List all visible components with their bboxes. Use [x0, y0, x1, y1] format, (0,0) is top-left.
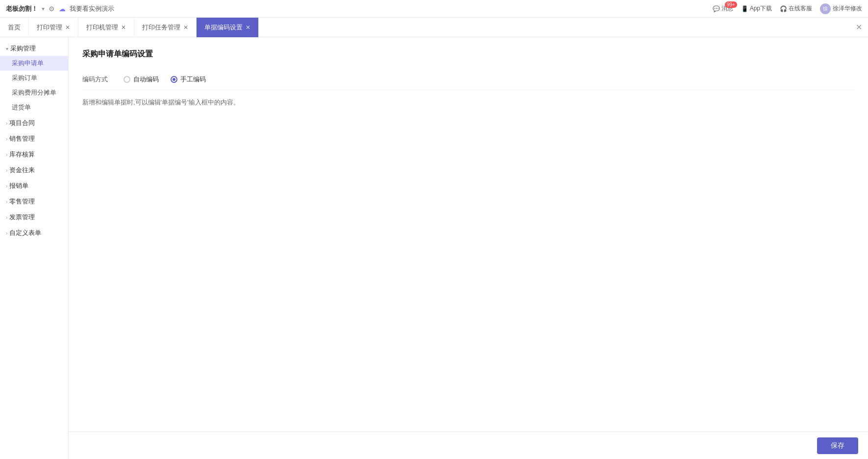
- sidebar-group-sales: › 销售管理: [0, 131, 68, 146]
- description-text: 新增和编辑单据时,可以编辑'单据编号'输入框中的内容。: [82, 98, 854, 107]
- user-name: 徐泽华修改: [833, 4, 862, 13]
- sidebar-group-invoice-title[interactable]: › 发票管理: [0, 210, 68, 225]
- tab-print-mgmt-label: 打印管理: [37, 23, 62, 32]
- tab-print-mgmt[interactable]: 打印管理 ✕: [29, 18, 78, 37]
- sidebar-group-project-title[interactable]: › 项目合同: [0, 116, 68, 130]
- sidebar-group-inventory: › 库存核算: [0, 147, 68, 162]
- sidebar-item-purchase-request[interactable]: 采购申请单: [0, 56, 68, 71]
- sidebar: ▾ 采购管理 采购申请单 采购订单 采购费用分摊单 进货单 › 项目合同: [0, 37, 69, 459]
- page-title: 采购申请单编码设置: [82, 49, 854, 59]
- chevron-right-icon: ›: [6, 168, 7, 173]
- sidebar-group-return: › 报销单: [0, 178, 68, 193]
- sidebar-group-custom-title[interactable]: › 自定义表单: [0, 226, 68, 240]
- content-area: 采购申请单编码设置 编码方式 自动编码 手工编码 新增和编辑单据时,可以编辑'单…: [69, 37, 868, 432]
- sidebar-group-retail-title[interactable]: › 零售管理: [0, 194, 68, 209]
- user-profile[interactable]: 徐 徐泽华修改: [820, 3, 862, 14]
- sidebar-item-purchase-expense[interactable]: 采购费用分摊单: [0, 85, 68, 100]
- sidebar-group-return-title[interactable]: › 报销单: [0, 178, 68, 193]
- message-icon: 💬: [713, 5, 720, 12]
- radio-manual-circle[interactable]: [171, 76, 177, 83]
- encoding-row: 编码方式 自动编码 手工编码: [82, 69, 854, 90]
- service-icon: 🎧: [780, 5, 787, 12]
- tab-home[interactable]: 首页: [0, 18, 29, 37]
- chevron-right-icon: ›: [6, 199, 7, 204]
- online-service-button[interactable]: 🎧 在线客服: [780, 4, 812, 13]
- tab-print-task[interactable]: 打印任务管理 ✕: [134, 18, 197, 37]
- sidebar-item-stock-in[interactable]: 进货单: [0, 100, 68, 115]
- service-label: 在线客服: [789, 4, 812, 13]
- radio-auto-circle[interactable]: [124, 76, 130, 83]
- radio-group: 自动编码 手工编码: [124, 75, 206, 84]
- chevron-down-icon: ▾: [6, 46, 8, 51]
- close-all-button[interactable]: ✕: [850, 23, 868, 32]
- chevron-right-icon: ›: [6, 183, 7, 189]
- dropdown-arrow-icon[interactable]: ▾: [42, 5, 45, 12]
- sidebar-group-invoice: › 发票管理: [0, 210, 68, 225]
- sidebar-group-fund: › 资金往来: [0, 163, 68, 178]
- radio-auto-label: 自动编码: [133, 75, 159, 84]
- top-bar-logo: 老板勿割！: [6, 4, 38, 13]
- app-label: App下载: [750, 4, 772, 13]
- main-layout: ▾ 采购管理 采购申请单 采购订单 采购费用分摊单 进货单 › 项目合同: [0, 37, 868, 459]
- top-bar-left: 老板勿割！ ▾ ⚙ ☁ 我要看实例演示: [6, 4, 114, 13]
- tab-doc-code-label: 单据编码设置: [204, 23, 243, 32]
- app-icon: 📱: [741, 5, 748, 12]
- tab-printer-mgmt-close[interactable]: ✕: [121, 24, 126, 31]
- demo-icon: ☁: [59, 5, 66, 13]
- tab-printer-mgmt-label: 打印机管理: [86, 23, 118, 32]
- chevron-right-icon: ›: [6, 152, 7, 157]
- chevron-right-icon: ›: [6, 136, 7, 142]
- sidebar-group-sales-title[interactable]: › 销售管理: [0, 131, 68, 146]
- chevron-right-icon: ›: [6, 121, 7, 126]
- sidebar-group-purchase-label: 采购管理: [10, 44, 36, 53]
- chevron-right-icon: ›: [6, 215, 7, 220]
- tab-print-task-label: 打印任务管理: [142, 23, 180, 32]
- tab-doc-code[interactable]: 单据编码设置 ✕: [197, 18, 259, 37]
- encoding-label: 编码方式: [82, 75, 108, 84]
- sidebar-group-custom: › 自定义表单: [0, 226, 68, 240]
- demo-text[interactable]: 我要看实例演示: [70, 4, 114, 13]
- main-content: 采购申请单编码设置 编码方式 自动编码 手工编码 新增和编辑单据时,可以编辑'单…: [69, 37, 868, 459]
- sidebar-item-purchase-order[interactable]: 采购订单: [0, 71, 68, 85]
- sidebar-group-retail: › 零售管理: [0, 194, 68, 209]
- app-download-button[interactable]: 📱 App下载: [741, 4, 772, 13]
- tab-home-label: 首页: [8, 23, 21, 32]
- gear-icon[interactable]: ⚙: [49, 5, 55, 13]
- sidebar-group-fund-title[interactable]: › 资金往来: [0, 163, 68, 178]
- save-button[interactable]: 保存: [817, 437, 858, 454]
- tabs-bar: 首页 打印管理 ✕ 打印机管理 ✕ 打印任务管理 ✕ 单据编码设置 ✕ ✕: [0, 18, 868, 37]
- chevron-right-icon: ›: [6, 230, 7, 236]
- tab-doc-code-close[interactable]: ✕: [246, 24, 250, 31]
- radio-auto[interactable]: 自动编码: [124, 75, 159, 84]
- footer-bar: 保存: [69, 432, 868, 459]
- avatar: 徐: [820, 3, 831, 14]
- tab-print-mgmt-close[interactable]: ✕: [65, 24, 70, 31]
- sidebar-group-inventory-title[interactable]: › 库存核算: [0, 147, 68, 162]
- tab-print-task-close[interactable]: ✕: [183, 24, 188, 31]
- sidebar-group-project: › 项目合同: [0, 116, 68, 130]
- message-button[interactable]: 💬 消息 99+: [713, 4, 733, 13]
- radio-manual-label: 手工编码: [180, 75, 206, 84]
- message-badge: 99+: [725, 1, 737, 8]
- top-bar: 老板勿割！ ▾ ⚙ ☁ 我要看实例演示 💬 消息 99+ 📱 App下载 🎧 在…: [0, 0, 868, 18]
- top-bar-right: 💬 消息 99+ 📱 App下载 🎧 在线客服 徐 徐泽华修改: [713, 3, 862, 14]
- tab-printer-mgmt[interactable]: 打印机管理 ✕: [78, 18, 134, 37]
- sidebar-group-purchase: ▾ 采购管理 采购申请单 采购订单 采购费用分摊单 进货单: [0, 41, 68, 115]
- sidebar-group-purchase-title[interactable]: ▾ 采购管理: [0, 41, 68, 56]
- radio-manual[interactable]: 手工编码: [171, 75, 206, 84]
